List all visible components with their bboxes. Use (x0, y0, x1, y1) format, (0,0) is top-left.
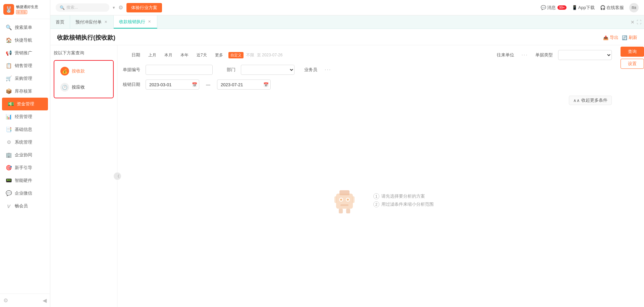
svg-rect-1 (339, 190, 350, 195)
staff-label: 业务员 (300, 67, 317, 73)
sidebar-item-marketing[interactable]: 📢 营销推广 (0, 47, 50, 59)
dept-label: 部门 (218, 67, 235, 73)
sidebar-item-label-operation: 经营管理 (15, 114, 32, 120)
panel-collapse-button[interactable]: 《 (114, 172, 121, 180)
tab-expand-icon[interactable]: ⛶ (637, 19, 641, 25)
sidebar-item-inventory[interactable]: 📦 库存核算 (0, 85, 50, 98)
sidebar-collapse-icon[interactable]: ◀ (43, 297, 47, 304)
staff-dots[interactable]: ··· (323, 67, 333, 73)
more-conditions-button[interactable]: ∧∧ 收起更多条件 (569, 96, 612, 105)
sidebar-item-member[interactable]: V 畅会员 (0, 200, 50, 212)
by-receipt-label: 按收款 (72, 68, 85, 74)
filter-option-by-receivable[interactable]: 🕐 按应收 (57, 80, 110, 94)
tab-bar: 首页 预付冲应付单 ✕ 收款核销执行 ✕ ✕ ⛶ (50, 15, 644, 29)
sidebar: 🐰 畅捷通好生意 标准版 🔍 搜索菜单 🏠 快捷导航 📢 营销推广 📋 销售管理… (0, 0, 50, 307)
filter-row-2: 单据编号 部门 业务员 ··· (123, 65, 612, 75)
doc-type-select-wrap (558, 50, 612, 60)
calendar-to-icon[interactable]: 📅 (263, 82, 269, 87)
filter-content: 按以下方案查询 💰 按收款 🕐 按应收 《 (50, 45, 644, 307)
sidebar-item-basic[interactable]: 📑 基础信息 (0, 123, 50, 136)
sidebar-settings-icon[interactable]: ⚙ (3, 297, 8, 304)
query-button[interactable]: 查询 (621, 47, 644, 57)
date-to: 至 2023-07-26 (257, 52, 283, 58)
online-service-area[interactable]: 🎧 在线客服 (600, 5, 624, 11)
empty-row: 1 请先选择要分析的方案 2 用过滤条件来缩小分析范围 (328, 184, 434, 217)
marketing-icon: 📢 (5, 50, 12, 56)
by-receivable-label: 按应收 (72, 84, 85, 90)
empty-hints: 1 请先选择要分析的方案 2 用过滤条件来缩小分析范围 (373, 193, 434, 207)
purchase-icon: 🛒 (5, 75, 12, 82)
export-icon: 📤 (603, 35, 608, 40)
header-dropdown-icon[interactable]: ▾ (113, 5, 115, 10)
app-name: 畅捷通好生意 (16, 4, 38, 9)
user-avatar[interactable]: Rit (629, 3, 639, 12)
sidebar-item-fund[interactable]: 💵 资金管理 (2, 98, 48, 110)
member-icon: V (5, 203, 12, 209)
filter-main: 日期 上月 本月 本年 近7天 更多 自定义 不限 至 2023-07-26 (117, 45, 617, 114)
sidebar-item-hardware[interactable]: 📟 智能硬件 (0, 174, 50, 187)
sidebar-item-label-wechat: 企业微信 (15, 190, 32, 196)
writeoff-date-to-input[interactable] (217, 80, 271, 90)
tab-receipt-close-icon[interactable]: ✕ (147, 19, 152, 24)
page-content: 收款核销执行(按收款) 📤 导出 🔄 刷新 按以下方案查询 💰 (50, 29, 644, 307)
tab-close-all-icon[interactable]: ✕ (631, 19, 635, 25)
date-btn-7days[interactable]: 近7天 (194, 51, 210, 59)
date-btn-this-year[interactable]: 本年 (178, 51, 191, 59)
party-dots[interactable]: ··· (520, 52, 530, 58)
sidebar-item-label-purchase: 采购管理 (15, 75, 32, 82)
sidebar-item-sales[interactable]: 📋 销售管理 (0, 59, 50, 72)
app-download-area[interactable]: 📱 App下载 (572, 5, 595, 11)
message-badge: 99+ (557, 5, 567, 10)
sidebar-item-purchase[interactable]: 🛒 采购管理 (0, 72, 50, 85)
date-btn-custom[interactable]: 自定义 (228, 52, 244, 58)
date-options-group: 上月 本月 本年 近7天 更多 自定义 不限 至 2023-07-26 (146, 51, 491, 59)
header-search-box[interactable]: 🔍 搜索... (56, 3, 109, 12)
export-label: 导出 (610, 35, 619, 41)
doc-no-label: 单据编号 (123, 67, 140, 73)
sales-icon: 📋 (5, 63, 12, 69)
mobile-icon: 📱 (572, 5, 577, 10)
header-settings-icon[interactable]: ⚙ (118, 4, 123, 11)
sidebar-item-search[interactable]: 🔍 搜索菜单 (0, 21, 50, 34)
home-icon: 🏠 (5, 37, 12, 43)
doc-type-select[interactable] (558, 50, 612, 60)
tab-prepay[interactable]: 预付冲应付单 ✕ (70, 15, 114, 29)
sidebar-item-enterprise[interactable]: 🏢 企业协同 (0, 149, 50, 161)
tab-prepay-close-icon[interactable]: ✕ (104, 19, 108, 24)
inventory-icon: 📦 (5, 88, 12, 94)
chevron-up-icon: ∧∧ (573, 98, 580, 103)
page-header: 收款核销执行(按收款) 📤 导出 🔄 刷新 (50, 29, 644, 45)
sidebar-nav: 🔍 搜索菜单 🏠 快捷导航 📢 营销推广 📋 销售管理 🛒 采购管理 📦 库存核… (0, 19, 50, 294)
operation-icon: 📊 (5, 114, 12, 120)
calendar-from-icon[interactable]: 📅 (192, 82, 197, 87)
date-btn-this-month[interactable]: 本月 (162, 51, 175, 59)
refresh-button[interactable]: 🔄 刷新 (622, 35, 637, 41)
sidebar-item-label-enterprise: 企业协同 (15, 152, 32, 158)
sidebar-item-operation[interactable]: 📊 经营管理 (0, 110, 50, 123)
date-btn-last-month[interactable]: 上月 (146, 51, 159, 59)
header-right: 💬 消息 99+ 📱 App下载 🎧 在线客服 Rit (541, 3, 639, 12)
main-content: 🔍 搜索... ▾ ⚙ 体验行业方案 💬 消息 99+ 📱 App下载 🎧 在线… (50, 0, 644, 307)
industry-solution-button[interactable]: 体验行业方案 (126, 3, 162, 12)
hardware-icon: 📟 (5, 177, 12, 184)
svg-rect-0 (336, 194, 353, 209)
sidebar-item-guide[interactable]: 🎯 新手引导 (0, 161, 50, 174)
export-button[interactable]: 📤 导出 (603, 35, 619, 41)
basic-icon: 📑 (5, 126, 12, 133)
filter-left-title: 按以下方案查询 (54, 50, 114, 56)
doc-no-input[interactable] (146, 65, 213, 75)
writeoff-date-from-input[interactable] (146, 80, 199, 90)
tab-home[interactable]: 首页 (50, 15, 70, 29)
sidebar-item-quick-nav[interactable]: 🏠 快捷导航 (0, 34, 50, 47)
filter-option-by-receipt[interactable]: 💰 按收款 (57, 64, 110, 78)
page-title: 收款核销执行(按收款) (57, 34, 115, 42)
message-area[interactable]: 💬 消息 99+ (541, 5, 567, 11)
sidebar-item-wechat[interactable]: 💬 企业微信 (0, 187, 50, 200)
sidebar-item-system[interactable]: ⚙ 系统管理 (0, 136, 50, 149)
tab-receipt[interactable]: 收款核销执行 ✕ (114, 15, 157, 29)
settings-button[interactable]: 设置 (621, 59, 644, 69)
doc-type-label: 单据类型 (535, 52, 553, 58)
sidebar-item-label-system: 系统管理 (15, 139, 32, 145)
dept-select[interactable] (241, 65, 294, 75)
date-btn-more[interactable]: 更多 (212, 51, 226, 59)
